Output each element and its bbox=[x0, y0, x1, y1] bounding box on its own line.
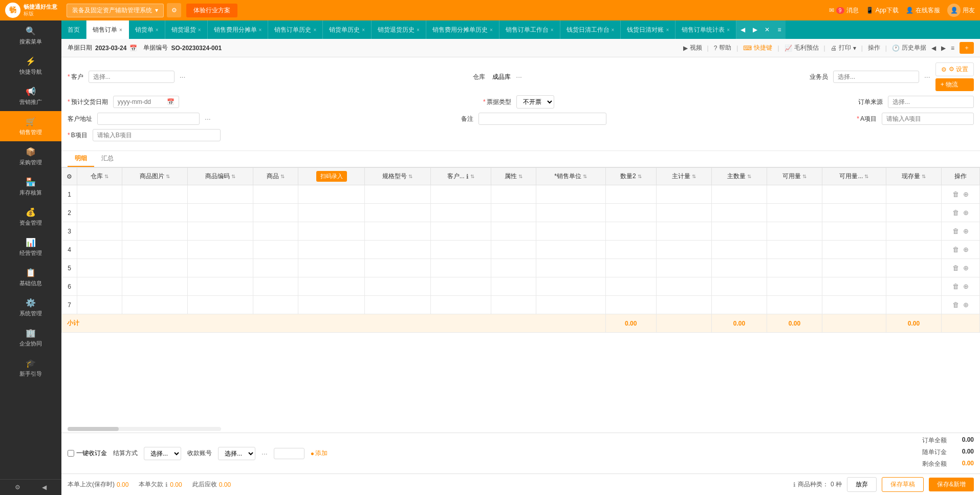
app-download-button[interactable]: 📱 App下载 bbox=[866, 6, 899, 15]
delete-row-button[interactable]: 🗑 bbox=[951, 245, 960, 254]
discard-button[interactable]: 放弃 bbox=[847, 477, 877, 492]
copy-row-button[interactable]: ⊕ bbox=[962, 263, 970, 273]
account-more-btn[interactable]: ··· bbox=[262, 449, 268, 458]
nav-prev-btn[interactable]: ◀ bbox=[931, 45, 936, 52]
delete-row-button[interactable]: 🗑 bbox=[951, 263, 960, 273]
operation-btn[interactable]: 操作 bbox=[868, 44, 880, 52]
col-warehouse[interactable]: 仓库⇅ bbox=[77, 168, 122, 185]
tab-close-icon[interactable]: × bbox=[551, 27, 554, 33]
copy-row-button[interactable]: ⊕ bbox=[962, 208, 970, 218]
tab-sales-fee[interactable]: 销售费用分摊单 × bbox=[208, 20, 269, 39]
tab-sales-history[interactable]: 销货单历史 × bbox=[323, 20, 372, 39]
print-btn[interactable]: 🖨 打印 ▾ bbox=[831, 44, 856, 52]
b-project-input[interactable] bbox=[93, 129, 221, 141]
col-attribute[interactable]: 属性⇅ bbox=[491, 168, 536, 185]
table-container[interactable]: ⚙ 仓库⇅ 商品图片⇅ 商品编码⇅ 商品⇅ bbox=[61, 167, 980, 425]
a-project-input[interactable] bbox=[882, 113, 974, 125]
tab-home[interactable]: 首页 bbox=[61, 20, 86, 39]
sidebar-item-marketing[interactable]: 📢 营销推广 bbox=[0, 81, 61, 111]
col-unit[interactable]: *销售单位⇅ bbox=[536, 168, 605, 185]
delete-row-button[interactable]: 🗑 bbox=[951, 189, 960, 199]
col-main-qty[interactable]: 主数量⇅ bbox=[711, 168, 767, 185]
tab-return-goods[interactable]: 销货退货 × bbox=[165, 20, 208, 39]
tab-close-icon[interactable]: × bbox=[612, 27, 615, 33]
tab-menu[interactable]: ≡ bbox=[773, 20, 786, 39]
copy-row-button[interactable]: ⊕ bbox=[962, 245, 970, 254]
col-spec[interactable]: 规格型号⇅ bbox=[365, 168, 430, 185]
tab-close-icon[interactable]: × bbox=[490, 27, 493, 33]
col-current-stock[interactable]: 现存量⇅ bbox=[886, 168, 941, 185]
col-qty2[interactable]: 数量2⇅ bbox=[605, 168, 656, 185]
scan-button[interactable]: 扫码录入 bbox=[316, 171, 347, 182]
warehouse-more-btn[interactable]: ··· bbox=[516, 73, 522, 81]
sidebar-item-guide[interactable]: 🎓 新手引导 bbox=[0, 353, 61, 383]
tab-close-icon[interactable]: × bbox=[156, 27, 159, 33]
tab-nav-prev[interactable]: ◀ bbox=[736, 20, 749, 39]
shortcut-btn[interactable]: ⌨ 快捷键 bbox=[743, 44, 772, 52]
sidebar-item-basic[interactable]: 📋 基础信息 bbox=[0, 262, 61, 292]
scroll-thumb[interactable] bbox=[68, 427, 119, 431]
nav-next-btn[interactable]: ▶ bbox=[941, 45, 946, 52]
tab-close-all[interactable]: ✕ bbox=[761, 20, 773, 39]
message-button[interactable]: ✉ 9 消息 bbox=[829, 6, 859, 15]
list-view-btn[interactable]: ≡ bbox=[951, 45, 954, 52]
view-btn[interactable]: ▶ 视频 bbox=[683, 44, 702, 52]
tab-return-history[interactable]: 销货退货历史 × bbox=[372, 20, 426, 39]
add-view-btn[interactable]: ＋ bbox=[960, 42, 974, 54]
help-btn[interactable]: ? 帮助 bbox=[714, 44, 732, 52]
sidebar-item-capital[interactable]: 💰 资金管理 bbox=[0, 202, 61, 232]
col-available2[interactable]: 可用量...⇅ bbox=[822, 168, 886, 185]
delete-row-button[interactable]: 🗑 bbox=[951, 208, 960, 218]
history-btn[interactable]: 🕐 历史单据 bbox=[892, 44, 926, 52]
copy-row-button[interactable]: ⊕ bbox=[962, 300, 970, 310]
tab-close-icon[interactable]: × bbox=[417, 27, 420, 33]
salesperson-more-btn[interactable]: ··· bbox=[924, 73, 930, 81]
sidebar-item-operation[interactable]: 📊 经营管理 bbox=[0, 232, 61, 262]
tab-close-icon[interactable]: × bbox=[666, 27, 669, 33]
col-available[interactable]: 可用量⇅ bbox=[767, 168, 822, 185]
copy-row-button[interactable]: ⊕ bbox=[962, 226, 970, 236]
sidebar-settings-button[interactable]: ⚙ bbox=[15, 484, 20, 491]
sidebar-item-quick[interactable]: ⚡ 快捷导航 bbox=[0, 51, 61, 81]
tab-close-icon[interactable]: × bbox=[313, 27, 316, 33]
sidebar-item-purchase[interactable]: 📦 采购管理 bbox=[0, 141, 61, 171]
tab-nav-next[interactable]: ▶ bbox=[749, 20, 761, 39]
delivery-date-field[interactable]: 📅 bbox=[113, 96, 179, 108]
customer-input[interactable] bbox=[89, 71, 175, 83]
col-main-unit[interactable]: 主计量⇅ bbox=[656, 168, 711, 185]
add-material-button[interactable]: + 物流 bbox=[935, 78, 974, 91]
scroll-bar-area[interactable] bbox=[61, 425, 980, 433]
order-source-input[interactable] bbox=[888, 96, 974, 108]
delete-row-button[interactable]: 🗑 bbox=[951, 300, 960, 310]
calendar-icon[interactable]: 📅 bbox=[129, 45, 137, 52]
sidebar-item-search[interactable]: 🔍 搜索菜单 bbox=[0, 20, 61, 51]
user-menu[interactable]: 👤 用友 bbox=[947, 4, 975, 17]
online-service-button[interactable]: 👤 在线客服 bbox=[906, 6, 940, 15]
settings-button[interactable]: ⚙ ⚙ 设置 bbox=[935, 62, 974, 76]
invoice-type-select[interactable]: 不开票 bbox=[516, 95, 554, 109]
tab-cash-daily[interactable]: 钱货日清工作台 × bbox=[560, 20, 621, 39]
tab-close-icon[interactable]: × bbox=[259, 27, 262, 33]
tab-order-workbench[interactable]: 销售订单工作台 × bbox=[499, 20, 560, 39]
col-product[interactable]: 商品⇅ bbox=[253, 168, 298, 185]
col-customer-code[interactable]: 客户...ℹ⇅ bbox=[430, 168, 491, 185]
settlement-select[interactable]: 选择... bbox=[144, 447, 181, 460]
one-click-checkbox[interactable] bbox=[68, 450, 74, 457]
sidebar-item-enterprise[interactable]: 🏢 企业协同 bbox=[0, 322, 61, 353]
amount-input[interactable]: 0.00 bbox=[274, 448, 304, 459]
scroll-track[interactable] bbox=[68, 427, 221, 431]
settings-gear-button[interactable]: ⚙ bbox=[167, 3, 181, 17]
save-new-button[interactable]: 保存&新增 bbox=[929, 478, 974, 491]
tab-fee-history[interactable]: 销售费用分摊单历史 × bbox=[426, 20, 499, 39]
sidebar-item-inventory[interactable]: 🏪 库存核算 bbox=[0, 171, 61, 202]
tab-summary[interactable]: 汇总 bbox=[94, 151, 121, 167]
tab-sales-return[interactable]: 销货单 × bbox=[129, 20, 165, 39]
one-click-checkbox-item[interactable]: 一键收订金 bbox=[68, 449, 107, 458]
sidebar-item-system[interactable]: ⚙️ 系统管理 bbox=[0, 292, 61, 322]
delete-row-button[interactable]: 🗑 bbox=[951, 226, 960, 236]
col-scan[interactable]: 扫码录入 bbox=[298, 168, 365, 185]
add-payment-button[interactable]: ● 添加 bbox=[311, 449, 328, 458]
copy-row-button[interactable]: ⊕ bbox=[962, 189, 970, 199]
save-draft-button[interactable]: 保存草稿 bbox=[882, 477, 924, 492]
tab-close-icon[interactable]: × bbox=[198, 27, 201, 33]
